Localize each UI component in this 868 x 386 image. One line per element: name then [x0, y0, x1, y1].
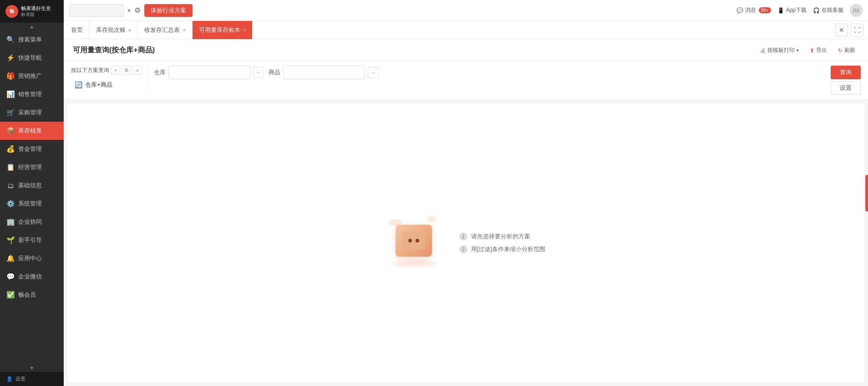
- export-label: 导出: [816, 46, 827, 54]
- topbar-left: ▾ ⚙ 体验行业方案: [69, 4, 733, 17]
- tip-text-1: 请先选择要分析的方案: [471, 232, 530, 241]
- empty-tip-1: 1 请先选择要分析的方案: [459, 232, 545, 241]
- filter-scheme-header: 按以下方案查询 + ⚙ «: [71, 66, 142, 75]
- export-icon: ⬆: [810, 47, 814, 54]
- app-download-btn[interactable]: 📱 App下载: [777, 6, 807, 14]
- goods-label: 商品: [269, 68, 280, 77]
- box-eyes: [408, 239, 419, 242]
- empty-tips: 1 请先选择要分析的方案 2 用[过滤]条件来缩小分析范围: [459, 232, 545, 253]
- tab-close-batch-ledger[interactable]: ×: [128, 27, 131, 33]
- filter-fields: 仓库 ··· 商品 ···: [154, 66, 831, 79]
- glow-decoration: [391, 259, 437, 268]
- brand-name: 畅康通好生意: [21, 5, 51, 11]
- sidebar-item-operations[interactable]: 📋 经营管理: [0, 158, 64, 176]
- nav-label-newbie: 新手引导: [18, 236, 42, 244]
- nav-label-enterprise: 企业协同: [18, 218, 42, 226]
- sidebar-item-funds[interactable]: 💰 资金管理: [0, 140, 64, 158]
- tab-label-receipt-summary: 收发存汇总表: [144, 26, 180, 34]
- topbar-search-input[interactable]: [69, 4, 124, 17]
- filter-scheme: 按以下方案查询 + ⚙ « 🔄 仓库+商品: [71, 66, 148, 91]
- filter-actions: 查询 设置: [831, 66, 861, 95]
- topbar-gear-icon[interactable]: ⚙: [134, 6, 141, 15]
- nav-icon-wechat: 💬: [6, 273, 15, 281]
- empty-content: 1 请先选择要分析的方案 2 用[过滤]条件来缩小分析范围: [386, 216, 545, 270]
- page-header-actions: 🖨 按模板打印 ▾ ⬆ 导出 ↻ 刷新: [756, 45, 859, 56]
- sidebar-item-app-center[interactable]: 🔔 应用中心: [0, 249, 64, 268]
- sidebar-item-shortcut[interactable]: ⚡ 快捷导航: [0, 49, 64, 67]
- tabs-bar-right: ✕ ⛶: [835, 24, 868, 36]
- nav-label-shortcut: 快捷导航: [18, 54, 42, 62]
- sidebar-item-newbie[interactable]: 🌱 新手引导: [0, 231, 64, 249]
- refresh-btn[interactable]: ↻ 刷新: [834, 45, 859, 56]
- sidebar-item-marketing-promo[interactable]: 🎁 营销推广: [0, 67, 64, 85]
- online-service-btn[interactable]: 🎧 在线客服: [813, 6, 843, 14]
- maximize-btn[interactable]: ⛶: [851, 24, 863, 36]
- sidebar-item-enterprise[interactable]: 🏢 企业协同: [0, 213, 64, 231]
- nav-label-basic-info: 基础信息: [18, 181, 42, 190]
- topbar-right: 💬 消息 99+ 📱 App下载 🎧 在线客服 Rit: [736, 4, 863, 17]
- sidebar-item-sys-mgmt[interactable]: ⚙️ 系统管理: [0, 195, 64, 213]
- nav-icon-sys-mgmt: ⚙️: [6, 200, 15, 208]
- nav-icon-operations: 📋: [6, 163, 15, 171]
- tab-close-receipt-summary[interactable]: ×: [183, 27, 185, 33]
- user-avatar[interactable]: Rit: [850, 4, 863, 17]
- message-badge: 99+: [759, 7, 771, 13]
- sidebar-scroll-up[interactable]: ▲: [0, 23, 64, 31]
- nav-icon-funds: 💰: [6, 145, 15, 153]
- box-eye-left: [408, 239, 412, 242]
- tab-home[interactable]: 首页: [64, 21, 90, 39]
- page-header: 可用量查询(按仓库+商品) 🖨 按模板打印 ▾ ⬆ 导出 ↻ 刷新: [64, 39, 868, 61]
- print-icon: 🖨: [760, 47, 766, 54]
- empty-illustration: [386, 216, 441, 270]
- edition-label: 标准版: [21, 11, 51, 18]
- sidebar-bottom-label: 设置: [15, 376, 25, 382]
- add-scheme-btn[interactable]: +: [111, 66, 120, 75]
- nav-label-funds: 资金管理: [18, 145, 42, 153]
- tab-receipt-summary[interactable]: 收发存汇总表×: [138, 21, 192, 39]
- goods-input[interactable]: [283, 66, 365, 79]
- sidebar-item-basic-info[interactable]: 🗂 基础信息: [0, 176, 64, 195]
- sidebar-item-search[interactable]: 🔍 搜索菜单: [0, 31, 64, 49]
- sidebar-scroll-down[interactable]: ▼: [0, 364, 64, 372]
- close-tab-btn[interactable]: ✕: [835, 24, 848, 36]
- nav-icon-marketing-promo: 🎁: [6, 72, 15, 80]
- topbar: ▾ ⚙ 体验行业方案 💬 消息 99+ 📱 App下载 🎧 在线客服 Rit: [64, 0, 868, 21]
- message-label: 消息: [745, 6, 756, 14]
- goods-more-btn[interactable]: ···: [368, 67, 379, 78]
- topbar-chevron-icon[interactable]: ▾: [127, 7, 131, 14]
- edit-scheme-btn[interactable]: ⚙: [122, 66, 131, 75]
- tab-close-available-ledger[interactable]: ×: [243, 27, 246, 33]
- right-scroll-bar[interactable]: [865, 175, 868, 211]
- collapse-scheme-btn[interactable]: «: [133, 66, 142, 75]
- logo-icon: 畅: [5, 5, 18, 18]
- trial-btn[interactable]: 体验行业方案: [144, 4, 193, 17]
- box-eye-right: [416, 239, 419, 242]
- tab-available-ledger[interactable]: 可用量库存账本×: [193, 21, 253, 39]
- warehouse-input[interactable]: [168, 66, 250, 79]
- scheme-label: 按以下方案查询: [71, 67, 109, 74]
- empty-tip-2: 2 用[过滤]条件来缩小分析范围: [459, 245, 545, 253]
- tip-num-2: 2: [459, 245, 467, 253]
- refresh-label: 刷新: [844, 46, 855, 54]
- query-btn[interactable]: 查询: [831, 66, 861, 79]
- scheme-actions: + ⚙: [111, 66, 131, 75]
- sidebar-item-sales-mgmt[interactable]: 📊 销售管理: [0, 85, 64, 103]
- nav-label-sys-mgmt: 系统管理: [18, 200, 42, 208]
- sidebar-item-purchase-mgmt[interactable]: 🛒 采购管理: [0, 103, 64, 122]
- sidebar-bottom-icon: 👤: [6, 376, 13, 382]
- sidebar-item-wechat[interactable]: 💬 企业微信: [0, 268, 64, 286]
- warehouse-more-btn[interactable]: ···: [253, 67, 264, 78]
- sidebar-item-membership[interactable]: ✅ 畅会员: [0, 286, 64, 304]
- tabs-bar: 首页库存批次账×收发存汇总表×可用量库存账本× ✕ ⛶: [64, 21, 868, 39]
- export-btn[interactable]: ⬆ 导出: [806, 45, 831, 56]
- nav-icon-inventory: 📦: [6, 127, 15, 135]
- filter-settings-btn[interactable]: 设置: [831, 81, 861, 95]
- scheme-item-icon: 🔄: [75, 81, 82, 88]
- message-btn[interactable]: 💬 消息 99+: [736, 6, 771, 14]
- tab-batch-ledger[interactable]: 库存批次账×: [90, 21, 138, 39]
- print-btn[interactable]: 🖨 按模板打印 ▾: [756, 45, 802, 56]
- warehouse-label: 仓库: [154, 68, 166, 77]
- sidebar-item-inventory[interactable]: 📦 库存核算: [0, 122, 64, 140]
- app-download-label: App下载: [786, 6, 807, 14]
- scheme-item-warehouse-goods[interactable]: 🔄 仓库+商品: [71, 78, 142, 91]
